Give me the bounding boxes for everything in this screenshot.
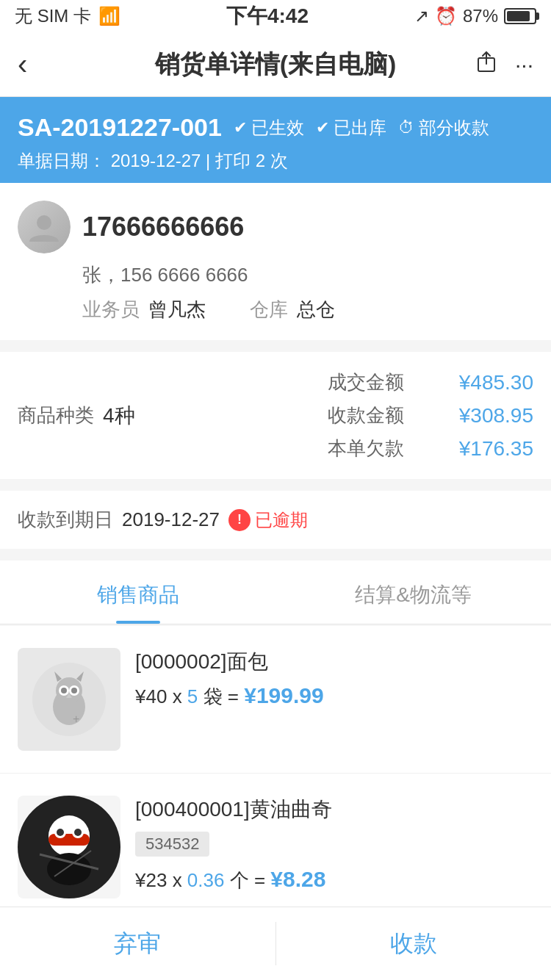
debt-label: 本单欠款	[328, 436, 404, 461]
warehouse-meta: 仓库 总仓	[250, 297, 335, 323]
customer-name-row: 17666666666	[18, 201, 533, 253]
product-name-1: [0000002]面包	[135, 648, 533, 676]
print-separator: |	[206, 151, 215, 170]
status-left: 无 SIM 卡 📶	[15, 4, 120, 28]
product-count: 商品种类 4种	[18, 402, 135, 430]
customer-meta-row: 业务员 曾凡杰 仓库 总仓	[82, 297, 533, 323]
product-image-1: +	[18, 648, 120, 751]
order-id-row: SA-20191227-001 ✔ 已生效 ✔ 已出库 ⏱ 部分收款	[18, 113, 533, 142]
svg-point-1	[37, 215, 51, 230]
customer-section: 17666666666 张，156 6666 6666 业务员 曾凡杰 仓库 总…	[0, 183, 551, 340]
product-item-1: + [0000002]面包 ¥40 x 5 袋 = ¥199.99	[0, 626, 551, 774]
price-x-2: x	[173, 869, 187, 891]
tabs-section: 销售商品 结算&物流等	[0, 561, 551, 624]
print-unit: 次	[270, 151, 288, 170]
order-date: 2019-12-27	[111, 151, 201, 170]
wifi-icon: 📶	[98, 6, 120, 26]
stats-section: 商品种类 4种 成交金额 ¥485.30 收款金额 ¥308.95 本单欠款 ¥…	[0, 352, 551, 479]
product-info-1: [0000002]面包 ¥40 x 5 袋 = ¥199.99	[135, 648, 533, 710]
nav-bar: ‹ 销货单详情(来自电脑) ···	[0, 32, 551, 97]
debt-amount-row: 本单欠款 ¥176.35	[328, 436, 533, 461]
product-name-2: [000400001]黄油曲奇	[135, 796, 533, 824]
print-count: 2	[256, 151, 265, 170]
owl-placeholder-1: +	[18, 648, 120, 751]
sales-meta: 业务员 曾凡杰	[82, 297, 206, 323]
deal-amount-label: 成交金额	[328, 370, 404, 395]
product-total-2: ¥8.28	[270, 867, 325, 891]
product-unit-1: 袋	[204, 685, 223, 707]
warehouse-label: 仓库	[250, 297, 288, 323]
sales-label: 业务员	[82, 297, 140, 323]
svg-point-18	[57, 829, 64, 836]
nav-right-actions: ···	[475, 51, 533, 78]
order-id: SA-20191227-001	[18, 113, 222, 142]
print-label: 打印	[215, 151, 251, 170]
product-total-1: ¥199.99	[244, 683, 323, 707]
product-info-2: [000400001]黄油曲奇 534532 ¥23 x 0.36 个 = ¥8…	[135, 796, 533, 893]
debt-amount-value: ¥176.35	[416, 437, 533, 461]
tab-settlement[interactable]: 结算&物流等	[276, 561, 551, 624]
order-date-row: 单据日期： 2019-12-27 | 打印 2 次	[18, 149, 533, 173]
check-icon-1: ✔	[234, 118, 247, 137]
warehouse-name: 总仓	[297, 297, 335, 323]
product-image-2	[18, 796, 120, 898]
avatar	[18, 201, 71, 253]
status-right: ↗ ⏰ 87%	[414, 6, 536, 26]
status-tag-active: ✔ 已生效	[234, 116, 304, 140]
product-qty-1: 5	[187, 685, 198, 707]
battery-fill	[507, 11, 530, 21]
customer-name-phone: 张，156 6666 6666	[82, 262, 533, 288]
svg-point-10	[71, 688, 77, 693]
product-price-row-1: ¥40 x 5 袋 = ¥199.99	[135, 683, 533, 710]
product-price-row-2: ¥23 x 0.36 个 = ¥8.28	[135, 867, 533, 893]
confirm-button[interactable]: 收款	[276, 907, 552, 980]
check-icon-2: ✔	[316, 118, 329, 137]
status-bar: 无 SIM 卡 📶 下午4:42 ↗ ⏰ 87%	[0, 0, 551, 32]
deal-amount-row: 成交金额 ¥485.30	[328, 370, 533, 395]
received-label: 收款金额	[328, 403, 404, 428]
due-date-value: 2019-12-27	[122, 508, 220, 531]
svg-text:+: +	[73, 713, 79, 725]
due-date-label: 收款到期日	[18, 507, 113, 533]
overdue-badge: ! 已逾期	[228, 508, 308, 532]
products-section: + [0000002]面包 ¥40 x 5 袋 = ¥199.99	[0, 626, 551, 921]
product-price-2: ¥23	[135, 869, 167, 891]
product-unit-2: 个	[230, 869, 249, 891]
price-eq-1: =	[228, 685, 244, 707]
tab-products[interactable]: 销售商品	[0, 561, 276, 624]
date-label: 单据日期：	[18, 151, 106, 170]
clock-icon: ⏱	[398, 118, 414, 137]
cancel-button[interactable]: 弃审	[0, 907, 276, 980]
bottom-bar: 弃审 收款	[0, 907, 551, 980]
more-icon[interactable]: ···	[515, 52, 533, 77]
received-amount-row: 收款金额 ¥308.95	[328, 403, 533, 428]
battery-bar	[504, 8, 536, 24]
order-header-banner: SA-20191227-001 ✔ 已生效 ✔ 已出库 ⏱ 部分收款 单据日期：…	[0, 97, 551, 183]
price-eq-2: =	[254, 869, 270, 891]
stats-right: 成交金额 ¥485.30 收款金额 ¥308.95 本单欠款 ¥176.35	[328, 370, 533, 461]
product-kind-label: 商品种类	[18, 403, 94, 428]
product-item-2: [000400001]黄油曲奇 534532 ¥23 x 0.36 个 = ¥8…	[0, 774, 551, 921]
svg-rect-15	[48, 834, 90, 846]
due-date-section: 收款到期日 2019-12-27 ! 已逾期	[0, 491, 551, 549]
product-kind-value: 4种	[103, 402, 135, 430]
customer-phone: 17666666666	[82, 212, 244, 242]
product-price-1: ¥40	[135, 685, 167, 707]
location-icon: ↗	[414, 6, 429, 26]
sales-name: 曾凡杰	[148, 297, 206, 323]
page-title: 销货单详情(来自电脑)	[155, 48, 397, 82]
status-time: 下午4:42	[226, 2, 309, 30]
back-button[interactable]: ‹	[18, 48, 39, 81]
product-qty-2: 0.36	[187, 869, 225, 891]
overdue-icon: !	[228, 509, 251, 531]
overdue-text: 已逾期	[255, 508, 308, 532]
share-icon[interactable]	[475, 51, 497, 78]
product-sku-2: 534532	[135, 832, 209, 857]
price-x-1: x	[173, 685, 187, 707]
svg-point-19	[74, 829, 82, 836]
deal-amount-value: ¥485.30	[416, 371, 533, 394]
battery-label: 87%	[463, 6, 498, 26]
alarm-icon: ⏰	[435, 6, 457, 26]
received-amount-value: ¥308.95	[416, 404, 533, 428]
svg-point-9	[61, 688, 67, 693]
